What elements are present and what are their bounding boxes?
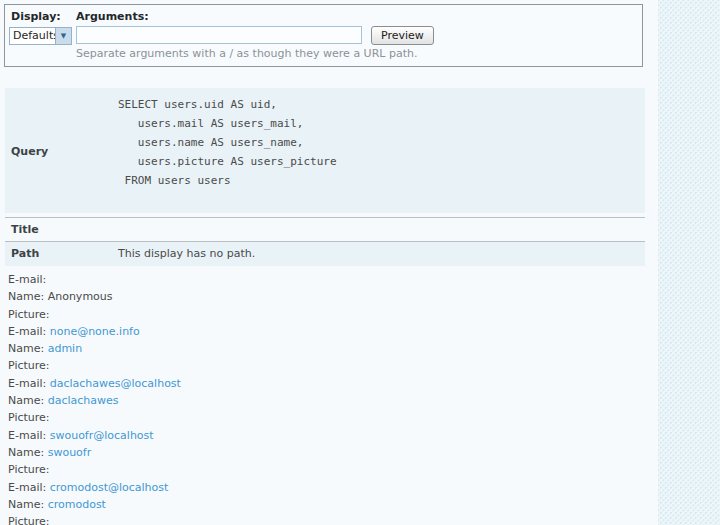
preview-field-label: Name: [8, 394, 44, 407]
preview-field-value[interactable]: swouofr [48, 446, 92, 459]
preview-field-label: Name: [8, 290, 44, 303]
preview-field-row: Name: daclachawes [8, 392, 638, 409]
display-select-value: Defaults [10, 28, 55, 44]
preview-field-row: E-mail: swouofr@localhost [8, 427, 638, 444]
preview-field-row: E-mail: cromodost@localhost [8, 479, 638, 496]
preview-field-label: Name: [8, 498, 44, 511]
preview-field-value[interactable]: daclachawes [48, 394, 119, 407]
preview-results-list: E-mail: Name: AnonymousPicture: E-mail: … [8, 271, 638, 525]
preview-field-label: E-mail: [8, 273, 46, 286]
arguments-help-text: Separate arguments with a / as though th… [76, 47, 417, 60]
preview-field-row: Picture: [8, 461, 638, 478]
query-row: Query SELECT users.uid AS uid, users.mai… [5, 88, 645, 213]
preview-field-value[interactable]: cromodost@localhost [50, 481, 169, 494]
preview-field-label: E-mail: [8, 325, 46, 338]
preview-field-value[interactable]: admin [48, 342, 82, 355]
preview-button[interactable]: Preview [371, 26, 434, 45]
preview-form-box: Display: Defaults ▼ Arguments: Preview S… [4, 4, 643, 67]
preview-field-row: E-mail: [8, 271, 638, 288]
preview-field-label: E-mail: [8, 481, 46, 494]
preview-field-value: Anonymous [48, 290, 113, 303]
arguments-input[interactable] [76, 26, 362, 44]
display-label: Display: [11, 10, 61, 23]
preview-field-row: E-mail: daclachawes@localhost [8, 375, 638, 392]
title-label: Title [11, 223, 39, 236]
preview-field-row: Picture: [8, 409, 638, 426]
chevron-down-icon: ▼ [55, 28, 71, 44]
preview-field-row: Name: admin [8, 340, 638, 357]
preview-field-label: Picture: [8, 463, 50, 476]
arguments-label: Arguments: [76, 10, 149, 23]
path-value: This display has no path. [118, 247, 255, 260]
query-label: Query [11, 144, 48, 157]
preview-field-value[interactable]: daclachawes@localhost [50, 377, 181, 390]
query-sql: SELECT users.uid AS uid, users.mail AS u… [118, 95, 337, 190]
preview-field-value[interactable]: swouofr@localhost [50, 429, 154, 442]
page-background-strip [658, 0, 720, 525]
preview-field-label: Picture: [8, 411, 50, 424]
path-label: Path [11, 247, 39, 260]
preview-field-label: Picture: [8, 308, 50, 321]
preview-field-label: E-mail: [8, 377, 46, 390]
preview-field-label: E-mail: [8, 429, 46, 442]
preview-field-row: Picture: [8, 357, 638, 374]
preview-field-row: Name: Anonymous [8, 288, 638, 305]
preview-field-row: E-mail: none@none.info [8, 323, 638, 340]
preview-field-row: Picture: [8, 306, 638, 323]
preview-field-label: Picture: [8, 359, 50, 372]
preview-field-value[interactable]: cromodost [48, 498, 106, 511]
preview-field-label: Name: [8, 446, 44, 459]
display-select[interactable]: Defaults ▼ [9, 27, 72, 45]
preview-field-row: Picture: [8, 513, 638, 525]
preview-field-row: Name: cromodost [8, 496, 638, 513]
preview-field-row: Name: swouofr [8, 444, 638, 461]
path-row: Path This display has no path. [5, 241, 645, 266]
title-row: Title [5, 217, 645, 241]
preview-field-value[interactable]: none@none.info [50, 325, 140, 338]
preview-field-label: Picture: [8, 515, 50, 525]
preview-field-label: Name: [8, 342, 44, 355]
